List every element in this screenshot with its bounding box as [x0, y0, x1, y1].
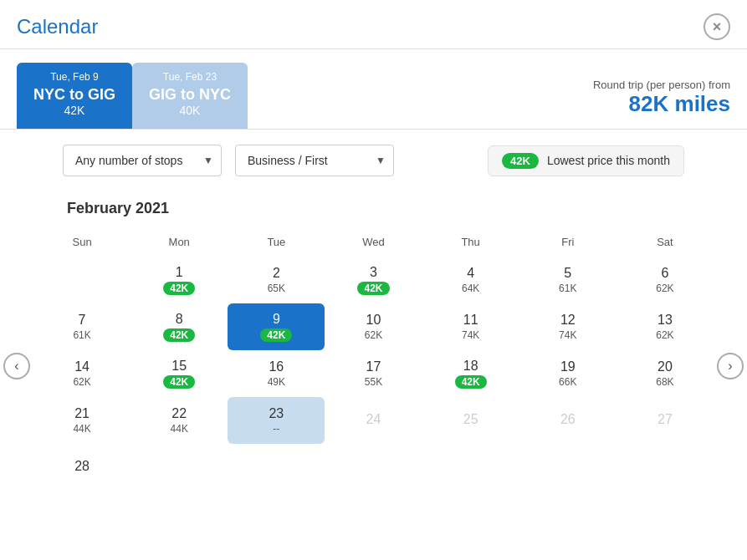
tab-outbound[interactable]: Tue, Feb 9 NYC to GIG 42K [17, 63, 132, 129]
day-number: 11 [463, 313, 478, 328]
return-date: Tue, Feb 23 [149, 71, 231, 83]
outbound-miles: 42K [33, 104, 115, 117]
table-row[interactable]: 561K [519, 257, 617, 303]
stops-filter[interactable]: Any number of stops Nonstop only 1 stop … [63, 145, 222, 176]
lowest-price-badge: 42K Lowest price this month [488, 145, 684, 176]
price-tag: 42K [163, 282, 195, 295]
table-row[interactable]: 1462K [33, 350, 130, 397]
day-number: 17 [366, 359, 381, 374]
day-price: 44K [73, 423, 90, 435]
lowest-price-value: 42K [502, 153, 539, 169]
day-number: 20 [657, 359, 673, 374]
table-row: 27 [617, 397, 714, 444]
day-number: 16 [269, 359, 284, 374]
day-price: 55K [365, 376, 382, 388]
outbound-date: Tue, Feb 9 [33, 71, 115, 83]
prev-month-button[interactable]: ‹ [3, 353, 30, 379]
table-row [422, 444, 519, 491]
day-number: 22 [171, 406, 187, 421]
lowest-price-label: Lowest price this month [547, 154, 670, 167]
round-trip-price: 82K miles [593, 91, 730, 117]
table-row: 25 [422, 397, 519, 444]
day-header-sun: Sun [33, 231, 130, 257]
day-price: 61K [73, 329, 90, 341]
price-tag: 42K [163, 375, 195, 389]
return-miles: 40K [149, 104, 231, 117]
day-price: 62K [73, 376, 90, 388]
table-row [617, 444, 714, 491]
table-row[interactable]: 761K [33, 303, 130, 350]
table-row[interactable]: 1062K [325, 303, 422, 350]
day-number: 25 [463, 412, 478, 427]
cabin-filter-wrapper: Business / First Economy Premium Economy… [235, 145, 394, 176]
day-number: 10 [366, 313, 381, 328]
calendar-grid: SunMonTueWedThuFriSat142K265K342K464K561… [33, 231, 714, 491]
day-number: 28 [74, 459, 90, 474]
table-row[interactable]: 23-- [228, 397, 325, 444]
table-row[interactable]: 1174K [422, 303, 519, 350]
table-row[interactable]: 1755K [325, 350, 422, 397]
day-number: 21 [74, 406, 90, 421]
day-header-mon: Mon [130, 231, 228, 257]
day-number: 26 [560, 412, 576, 427]
return-route: GIG to NYC [149, 86, 231, 104]
day-number: 19 [560, 359, 576, 374]
day-price: 61K [559, 283, 576, 294]
round-trip-label: Round trip (per person) from [593, 79, 730, 91]
table-row[interactable]: 28 [33, 444, 130, 491]
table-row: 24 [325, 397, 422, 444]
table-row [130, 444, 228, 491]
close-button[interactable]: × [704, 13, 730, 40]
table-row[interactable]: 2144K [33, 397, 130, 444]
price-tag: 42K [163, 328, 195, 342]
day-number: 2 [273, 266, 280, 281]
table-row [519, 444, 617, 491]
day-price: 62K [656, 283, 673, 294]
table-row[interactable]: 342K [325, 257, 422, 303]
table-row[interactable]: 1362K [617, 303, 714, 350]
day-number: 27 [657, 412, 673, 427]
calendar-month-title: February 2021 [33, 200, 714, 217]
day-number: 1 [176, 265, 183, 280]
day-price: 62K [656, 329, 673, 341]
table-row[interactable]: 1649K [228, 350, 325, 397]
close-icon: × [713, 18, 722, 36]
day-price: 64K [462, 283, 479, 294]
table-row[interactable]: 1842K [422, 350, 519, 397]
table-row[interactable]: 2244K [130, 397, 228, 444]
price-tag: 42K [357, 282, 389, 295]
table-row[interactable]: 1542K [130, 350, 228, 397]
table-row[interactable]: 842K [130, 303, 228, 350]
day-price: 49K [268, 376, 285, 388]
controls-row: Any number of stops Nonstop only 1 stop … [0, 130, 747, 191]
day-header-tue: Tue [228, 231, 325, 257]
round-trip-info: Round trip (per person) from 82K miles [593, 79, 730, 129]
price-tag: 42K [260, 328, 292, 342]
day-number: 8 [176, 312, 183, 327]
table-row [325, 444, 422, 491]
day-number: 3 [370, 265, 377, 280]
day-price: -- [273, 423, 279, 435]
table-row[interactable]: 2068K [617, 350, 714, 397]
day-number: 14 [74, 359, 90, 374]
header: Calendar × [0, 0, 747, 49]
table-row[interactable]: 1966K [519, 350, 617, 397]
table-row[interactable]: 464K [422, 257, 519, 303]
table-row[interactable]: 662K [617, 257, 714, 303]
tab-return[interactable]: Tue, Feb 23 GIG to NYC 40K [132, 63, 248, 129]
table-row[interactable]: 1274K [519, 303, 617, 350]
table-row [33, 257, 130, 303]
stops-filter-wrapper: Any number of stops Nonstop only 1 stop … [63, 145, 222, 176]
day-number: 7 [79, 313, 86, 328]
cabin-filter[interactable]: Business / First Economy Premium Economy… [235, 145, 394, 176]
day-number: 23 [269, 406, 284, 421]
table-row[interactable]: 142K [130, 257, 228, 303]
day-header-fri: Fri [519, 231, 617, 257]
outbound-route: NYC to GIG [33, 86, 115, 104]
next-month-button[interactable]: › [717, 353, 744, 379]
day-header-sat: Sat [617, 231, 714, 257]
price-tag: 42K [455, 375, 487, 389]
day-header-wed: Wed [325, 231, 422, 257]
table-row[interactable]: 942K [228, 303, 325, 350]
table-row[interactable]: 265K [228, 257, 325, 303]
